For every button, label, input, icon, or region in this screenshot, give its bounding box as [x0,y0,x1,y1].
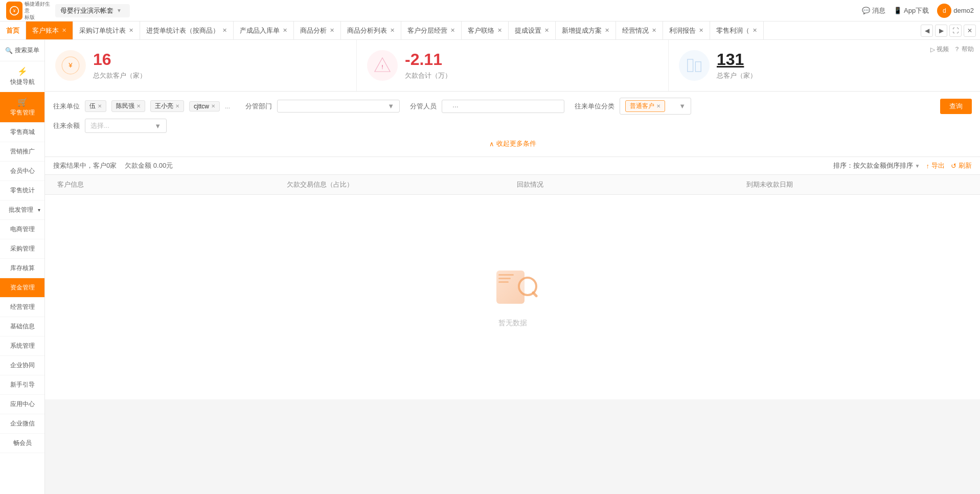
tab-product-stock[interactable]: 产成品入库单 ✕ [234,21,294,40]
sidebar-item-operations[interactable]: 经营管理 [0,298,44,317]
sidebar-item-system[interactable]: 系统管理 [0,336,44,356]
dots-icon[interactable]: ··· [450,102,461,110]
nav-fullscreen-btn[interactable]: ⛶ [949,25,962,37]
refresh-button[interactable]: ↺ 刷新 [951,161,972,170]
sidebar-item-retail[interactable]: 🛒 零售管理 [0,92,44,123]
sidebar-item-finance[interactable]: 资金管理 [0,278,44,298]
stat-number-customers: 16 [93,51,146,69]
close-icon[interactable]: ✕ [283,27,287,34]
close-icon[interactable]: ✕ [699,27,703,34]
message-icon: 💬 [862,7,870,14]
logo-area: ¥ 畅捷通好生意 标版 [6,1,51,20]
nav-next-btn[interactable]: ▶ [935,25,947,37]
sidebar-item-retail-mall[interactable]: 零售商城 [0,123,44,142]
table: 客户信息 欠款交易信息（占比） 回款情况 到期未收款日期 暂无数 [45,175,980,399]
close-icon[interactable]: ✕ [136,103,141,109]
unit-type-select[interactable]: 普通客户 ✕ ▼ [620,98,691,115]
close-icon[interactable]: ✕ [175,103,179,109]
tab-goods-analysis[interactable]: 商品分析 ✕ [294,21,341,40]
messages-btn[interactable]: 💬 消息 [862,6,885,15]
export-icon: ↑ [926,162,930,170]
close-icon[interactable]: ✕ [753,27,757,34]
tab-goods-analysis-list[interactable]: 商品分析列表 ✕ [341,21,401,40]
tab-new-tips[interactable]: 新增提成方案 ✕ [556,21,616,40]
chevron-down-icon: ▼ [154,122,161,130]
sidebar-item-marketing[interactable]: 营销推广 [0,142,44,162]
dept-label: 分管部门 [245,102,272,111]
sidebar-item-basic-info[interactable]: 基础信息 [0,317,44,336]
person-label: 分管人员 [410,102,437,111]
sort-select[interactable]: 排序：按欠款金额倒序排序 ▼ [833,161,920,170]
tab-purchase-order[interactable]: 采购订单统计表 ✕ [73,21,140,40]
collapse-button[interactable]: ∧ 收起更多条件 [53,137,972,150]
tab-profit-report[interactable]: 利润报告 ✕ [663,21,710,40]
close-icon[interactable]: ✕ [652,27,656,34]
nav-prev-btn[interactable]: ◀ [921,25,933,37]
filter-tag-unit2[interactable]: 陈民强 ✕ [111,100,145,112]
video-btn[interactable]: ▷ 视频 [930,45,949,54]
sidebar-item-enterprise-wechat[interactable]: 企业微信 [0,414,44,434]
tab-stock-in[interactable]: 进货单统计表（按商品） ✕ [140,21,234,40]
tab-operations[interactable]: 经营情况 ✕ [616,21,663,40]
stat-number-debt: -2.11 [405,51,451,69]
stat-card-total-customers: ¥ 16 总欠款客户（家） [45,40,357,91]
results-summary: 搜索结果中，客户0家 [53,161,117,170]
close-icon[interactable]: ✕ [544,27,549,34]
query-button[interactable]: 查询 [940,99,972,114]
user-profile[interactable]: d demo2 [937,4,974,18]
close-icon[interactable]: ✕ [450,27,455,34]
table-body: 暂无数据 [45,195,980,399]
company-selector[interactable]: 母婴行业演示帐套 ▼ [55,4,130,17]
close-icon[interactable]: ✕ [222,27,227,34]
chevron-down-icon: ▼ [915,163,920,169]
sidebar-item-inventory[interactable]: 库存核算 [0,259,44,278]
export-button[interactable]: ↑ 导出 [926,161,945,170]
table-header: 客户信息 欠款交易信息（占比） 回款情况 到期未收款日期 [45,175,980,195]
nav-close-all-btn[interactable]: ✕ [964,25,976,37]
col-due-date: 到期未收款日期 [742,180,972,189]
sidebar-item-purchase[interactable]: 采购管理 [0,239,44,259]
close-icon[interactable]: ✕ [605,27,609,34]
filter-tag-unit1[interactable]: 伍 ✕ [85,100,106,112]
filter-tag-unit3[interactable]: 王小亮 ✕ [150,100,184,112]
tab-customer-contact[interactable]: 客户联络 ✕ [462,21,509,40]
sidebar-item-retail-stats[interactable]: 零售统计 [0,181,44,200]
more-tags-btn[interactable]: ... [225,103,230,110]
stat-info-total-clients: 131 总客户（家） [717,51,757,80]
close-icon[interactable]: ✕ [497,27,502,34]
sidebar-item-ecommerce[interactable]: 电商管理 [0,220,44,239]
sidebar-item-newbie[interactable]: 新手引导 [0,375,44,395]
person-select[interactable]: ··· [442,100,564,113]
tab-accounts[interactable]: 客户账本 ✕ [26,21,73,40]
top-bar: ¥ 畅捷通好生意 标版 母婴行业演示帐套 ▼ 💬 消息 📱 App下载 d de… [0,0,980,21]
tab-retail-profit[interactable]: 零售利润（ ✕ [710,21,764,40]
close-icon[interactable]: ✕ [211,103,215,109]
close-icon[interactable]: ✕ [62,27,66,34]
close-icon[interactable]: ✕ [98,103,102,109]
unit-type-label: 往来单位分类 [575,102,614,111]
sidebar-item-quick-nav[interactable]: ⚡ 快捷导航 [0,61,44,92]
filter-row-1: 往来单位 伍 ✕ 陈民强 ✕ 王小亮 ✕ cjttcw ✕ ... [53,98,972,115]
close-icon[interactable]: ✕ [330,27,334,34]
content-area: ¥ 16 总欠款客户（家） ! -2.11 欠款合计（ [45,40,980,494]
tab-tips-settings[interactable]: 提成设置 ✕ [509,21,556,40]
balance-select[interactable]: 选择... ▼ [85,119,167,133]
close-icon[interactable]: ✕ [390,27,395,34]
sidebar-search-area: 🔍 搜索菜单 [0,40,44,61]
filter-tag-unit4[interactable]: cjttcw ✕ [189,101,220,111]
help-btn[interactable]: ？ 帮助 [954,45,974,54]
app-download-btn[interactable]: 📱 App下载 [894,6,929,15]
sidebar-item-enterprise[interactable]: 企业协同 [0,356,44,375]
balance-placeholder: 选择... [90,121,109,130]
sidebar-item-app-center[interactable]: 应用中心 [0,395,44,414]
tab-home[interactable]: 首页 [0,21,26,40]
dept-select[interactable]: ▼ [277,100,400,113]
search-menu-button[interactable]: 🔍 搜索菜单 [4,44,40,57]
close-icon[interactable]: ✕ [656,103,660,109]
filter-tag-unit-type[interactable]: 普通客户 ✕ [625,100,665,112]
sidebar-item-wholesale[interactable]: 批发管理 ▾ [0,200,44,220]
sidebar-item-vip-member[interactable]: 畅会员 [0,434,44,453]
sidebar-item-member[interactable]: 会员中心 [0,162,44,181]
close-icon[interactable]: ✕ [129,27,133,34]
tab-customer-tier[interactable]: 客户分层经营 ✕ [401,21,462,40]
